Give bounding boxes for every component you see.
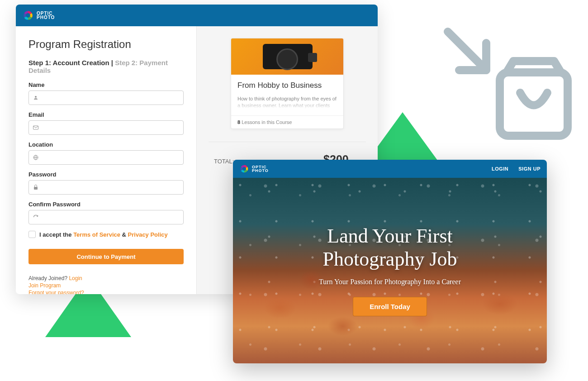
- location-field[interactable]: [28, 150, 184, 165]
- header-bar: OPTIC PHOTO: [16, 5, 378, 26]
- user-icon: [29, 95, 43, 100]
- name-label: Name: [28, 81, 184, 88]
- course-title: From Hobby to Business: [237, 81, 337, 90]
- step-1-active: Step 1: Account Creation: [28, 59, 109, 67]
- enroll-button[interactable]: Enroll Today: [353, 297, 427, 316]
- total-label: TOTAL:: [214, 158, 234, 165]
- logo-icon: [239, 164, 249, 174]
- logo-text-line2: PHOTO: [37, 15, 55, 19]
- page-title: Program Registration: [28, 38, 184, 51]
- logo-text-line2: PHOTO: [252, 169, 269, 172]
- terms-checkbox[interactable]: [28, 231, 36, 238]
- course-image: [231, 38, 343, 75]
- terms-of-service-link[interactable]: Terms of Service: [73, 231, 120, 238]
- decoration-shopping-icon: [434, 27, 579, 145]
- forgot-password-link[interactable]: Forgot your password?: [28, 290, 84, 294]
- landing-card: OPTIC PHOTO LOGIN SIGN UP Land Your Firs…: [233, 160, 547, 363]
- password-field[interactable]: [28, 180, 184, 195]
- continue-to-payment-button[interactable]: Continue to Payment: [28, 249, 184, 264]
- password-label: Password: [28, 171, 184, 178]
- email-label: Email: [28, 111, 184, 118]
- signup-nav-link[interactable]: SIGN UP: [518, 166, 541, 171]
- name-field[interactable]: [28, 90, 184, 105]
- hero-title: Land Your First Photography Job: [323, 225, 457, 271]
- brand-logo: OPTIC PHOTO: [22, 10, 55, 21]
- login-nav-link[interactable]: LOGIN: [492, 166, 508, 171]
- course-description: How to think of photography from the eye…: [237, 95, 337, 109]
- email-icon: [29, 125, 43, 130]
- confirm-password-field[interactable]: [28, 210, 184, 224]
- lock-icon: [29, 185, 43, 190]
- step-indicator: Step 1: Account Creation | Step 2: Payme…: [28, 59, 184, 74]
- landing-header: OPTIC PHOTO LOGIN SIGN UP: [233, 160, 547, 178]
- course-lesson-count: 8 Lessons in this Course: [231, 115, 343, 129]
- email-input[interactable]: [43, 121, 183, 134]
- globe-icon: [29, 155, 43, 160]
- location-input[interactable]: [43, 151, 183, 164]
- confirm-password-input[interactable]: [43, 210, 183, 224]
- already-joined-text: Already Joined? Login: [28, 275, 184, 281]
- hero-subtitle: Turn Your Passion for Photography Into a…: [319, 278, 461, 286]
- svg-point-2: [35, 96, 37, 98]
- brand-logo: OPTIC PHOTO: [239, 164, 269, 174]
- name-input[interactable]: [43, 91, 183, 105]
- svg-rect-7: [34, 187, 38, 190]
- login-link[interactable]: Login: [69, 275, 82, 281]
- email-field[interactable]: [28, 120, 184, 135]
- refresh-icon: [29, 214, 43, 220]
- join-program-link[interactable]: Join Program: [28, 282, 61, 289]
- password-input[interactable]: [43, 181, 183, 194]
- location-label: Location: [28, 141, 184, 148]
- course-card: From Hobby to Business How to think of p…: [231, 38, 344, 129]
- privacy-policy-link[interactable]: Privacy Policy: [128, 231, 168, 238]
- svg-line-0: [448, 32, 486, 70]
- terms-label: I accept the Terms of Service & Privacy …: [39, 231, 168, 238]
- hero-section: Land Your First Photography Job Turn You…: [233, 178, 547, 363]
- confirm-password-label: Confirm Password: [28, 201, 184, 208]
- logo-icon: [22, 10, 34, 21]
